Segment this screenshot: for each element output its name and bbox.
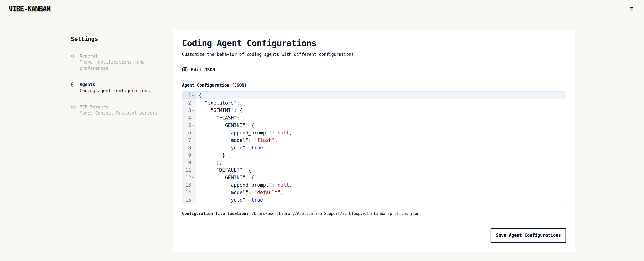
code-line[interactable]: 8 "yolo": true — [182, 144, 566, 151]
editor-gutter-cell: 3 — [182, 107, 196, 114]
code-line-content[interactable]: "model": "flash", — [196, 136, 566, 144]
code-line[interactable]: 2 "executors": { — [182, 99, 566, 107]
token-plain: "append_prompt": — [228, 130, 278, 136]
sidebar-item-description: Coding agent configurations — [80, 88, 150, 94]
editor-gutter-cell: 10 — [182, 159, 196, 166]
sidebar-item-agents[interactable]: Agents Coding agent configurations — [71, 82, 165, 94]
fold-spacer — [191, 189, 195, 196]
line-number: 9 — [182, 151, 191, 159]
token-plain: "yolo": — [228, 197, 251, 203]
fold-toggle-icon[interactable] — [191, 99, 195, 107]
code-line-content[interactable]: "GEMINI": { — [196, 122, 566, 129]
token-null: null — [278, 130, 289, 136]
fold-spacer — [191, 181, 195, 189]
json-code-editor[interactable]: 1{2 "executors": {3 "GEMINI": {4 "FLASH"… — [182, 91, 566, 204]
settings-sidebar: Settings General Theme, notifications, a… — [68, 30, 173, 126]
fold-toggle-icon[interactable] — [191, 122, 195, 129]
fold-toggle-icon[interactable] — [191, 166, 195, 174]
indent — [199, 160, 216, 165]
line-number: 4 — [182, 114, 191, 122]
indent — [199, 145, 228, 150]
token-plain: "DEFAULT": { — [216, 167, 251, 173]
hamburger-icon — [629, 6, 634, 12]
code-line[interactable]: 9 } — [182, 151, 566, 159]
code-line-content[interactable]: "append_prompt": null, — [196, 181, 566, 189]
editor-gutter-cell: 1 — [182, 92, 196, 99]
code-line-content[interactable]: "GEMINI": { — [196, 174, 566, 181]
token-plain: "GEMINI": { — [222, 175, 254, 180]
fold-toggle-icon[interactable] — [191, 107, 195, 114]
token-plain: , — [289, 130, 292, 136]
token-plain: "append_prompt": — [228, 182, 278, 188]
edit-json-button[interactable]: Edit JSON — [182, 67, 215, 73]
menu-button[interactable] — [628, 5, 636, 13]
code-line-content[interactable]: { — [196, 92, 566, 99]
indent — [199, 108, 210, 113]
code-line[interactable]: 7 "model": "flash", — [182, 136, 566, 144]
settings-layout: Settings General Theme, notifications, a… — [68, 30, 576, 252]
actions-row: Save Agent Configurations — [182, 228, 566, 243]
indent — [199, 100, 204, 106]
code-line[interactable]: 12 "GEMINI": { — [182, 174, 566, 181]
page-subtitle: Customize the behavior of coding agents … — [182, 52, 566, 57]
editor-gutter-cell: 9 — [182, 151, 196, 159]
fold-toggle-icon[interactable] — [191, 114, 195, 122]
line-number: 11 — [182, 166, 191, 174]
page: VIBE-KANBAN Settings General — [0, 0, 644, 252]
server-icon — [71, 105, 76, 116]
code-line[interactable]: 13 "append_prompt": null, — [182, 181, 566, 189]
file-location-label: Configuration file location: — [182, 211, 248, 216]
fold-toggle-icon[interactable] — [191, 92, 195, 99]
token-plain: "GEMINI": { — [222, 122, 254, 128]
code-line[interactable]: 6 "append_prompt": null, — [182, 129, 566, 136]
sidebar-item-description: Model Context Protocol servers — [80, 110, 158, 116]
sidebar-item-general[interactable]: General Theme, notifications, and prefer… — [71, 53, 165, 72]
editor-gutter-cell: 13 — [182, 181, 196, 189]
code-line-content[interactable]: } — [196, 151, 566, 159]
editor-gutter-cell: 12 — [182, 174, 196, 181]
code-line[interactable]: 15 "yolo": true — [182, 196, 566, 204]
code-line-content[interactable]: "yolo": true — [196, 196, 566, 204]
editor-gutter-cell: 11 — [182, 166, 196, 174]
code-line[interactable]: 4 "FLASH": { — [182, 114, 566, 122]
indent — [199, 175, 222, 180]
code-line-content[interactable]: "GEMINI": { — [196, 107, 566, 114]
sidebar-item-mcp-servers[interactable]: MCP Servers Model Context Protocol serve… — [71, 104, 165, 116]
token-plain: } — [222, 152, 225, 158]
code-line[interactable]: 3 "GEMINI": { — [182, 107, 566, 114]
indent — [199, 137, 228, 143]
code-line-content[interactable]: "FLASH": { — [196, 114, 566, 122]
code-line[interactable]: 1{ — [182, 92, 566, 99]
editor-gutter-cell: 4 — [182, 114, 196, 122]
line-number: 8 — [182, 144, 191, 151]
editor-label: Agent Configuration (JSON) — [182, 83, 566, 88]
fold-spacer — [191, 151, 195, 159]
save-agent-configurations-button[interactable]: Save Agent Configurations — [490, 228, 566, 243]
token-plain: , — [280, 190, 284, 195]
app-logo: VIBE-KANBAN — [8, 5, 50, 13]
code-line-content[interactable]: "executors": { — [196, 99, 566, 107]
code-line-content[interactable]: "model": "default", — [196, 189, 566, 196]
editor-gutter-cell: 5 — [182, 122, 196, 129]
sidebar-title: Settings — [71, 36, 165, 42]
fold-spacer — [191, 144, 195, 151]
indent — [199, 167, 216, 173]
code-line-content[interactable]: "DEFAULT": { — [196, 166, 566, 174]
code-line[interactable]: 14 "model": "default", — [182, 189, 566, 196]
token-plain: "model": — [228, 137, 254, 143]
fold-spacer — [191, 159, 195, 166]
code-line-content[interactable]: "yolo": true — [196, 144, 566, 151]
token-bool: true — [251, 197, 263, 203]
top-navigation-bar: VIBE-KANBAN — [0, 0, 644, 18]
edit-json-icon — [182, 67, 188, 73]
token-plain: { — [199, 93, 202, 98]
gear-icon — [71, 54, 76, 72]
code-line[interactable]: 10 }, — [182, 159, 566, 166]
sidebar-item-label: Agents — [80, 82, 150, 88]
code-line-content[interactable]: "append_prompt": null, — [196, 129, 566, 136]
code-line[interactable]: 11 "DEFAULT": { — [182, 166, 566, 174]
indent — [199, 182, 228, 188]
code-line[interactable]: 5 "GEMINI": { — [182, 122, 566, 129]
fold-toggle-icon[interactable] — [191, 174, 195, 181]
code-line-content[interactable]: }, — [196, 159, 566, 166]
